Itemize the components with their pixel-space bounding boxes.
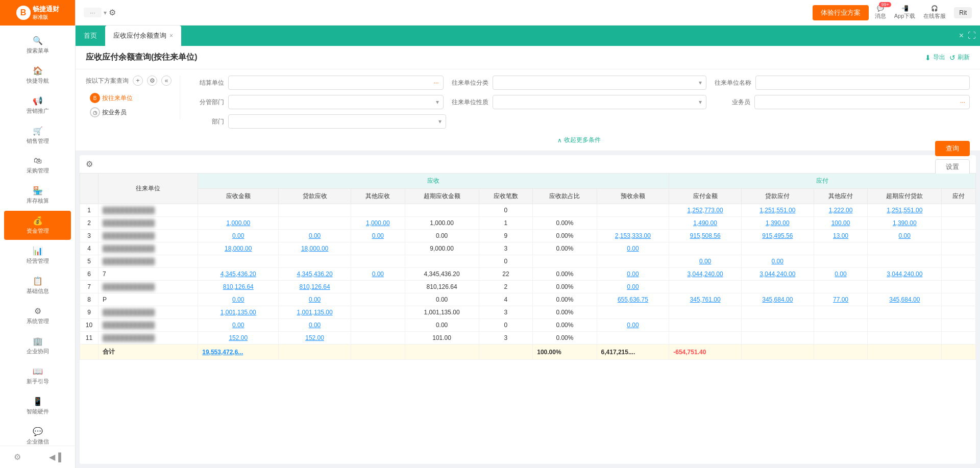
cell-link[interactable]: 3,044,240.00 [688,270,723,278]
refresh-button[interactable]: ↺ 刷新 [949,53,970,62]
tab-close-window[interactable]: × [959,31,964,40]
app-download-button[interactable]: 📲 App下载 [894,5,916,20]
cell-link[interactable]: 18,000.00 [301,245,328,252]
branch-input[interactable]: ▾ [228,114,446,129]
tab-expand-icon[interactable]: ⛶ [968,31,976,40]
cell-link[interactable]: 18,000.00 [225,245,252,252]
sidebar-item-ops[interactable]: 📊 经营管理 [4,241,71,270]
tab-home[interactable]: 首页 [76,26,105,46]
cell-link[interactable]: 345,684.00 [762,296,793,303]
search-collapse-button[interactable]: « [161,76,172,86]
footer-ar-loan [279,344,351,360]
cell-link[interactable]: 152.00 [229,334,248,341]
cell-link[interactable]: 0.00 [232,322,244,329]
page-actions: ⬇ 导出 ↺ 刷新 [925,53,970,62]
sidebar-item-corp[interactable]: 🏢 企业协同 [4,331,71,360]
cell-link[interactable]: 0.00 [835,270,846,278]
cell-link[interactable]: 0.00 [627,245,639,252]
cell-link[interactable]: 1,222.00 [829,207,853,214]
sidebar-item-marketing[interactable]: 📢 营销推广 [4,91,71,120]
category-input[interactable]: ▾ [493,76,707,90]
collapse-more-button[interactable]: ∧ 收起更多条件 [188,134,970,146]
cell-link[interactable]: 0.00 [372,270,384,278]
sidebar-item-sales[interactable]: 🛒 销售管理 [4,121,71,150]
cell-link[interactable]: 655,636.75 [618,296,648,303]
cell-link[interactable]: 1,390.00 [766,219,790,227]
cell-link[interactable]: 915,508.56 [690,232,721,239]
sidebar-item-inventory[interactable]: 🏪 库存核算 [4,181,71,210]
cell-link[interactable]: 0.00 [899,232,911,239]
table-config-button[interactable]: ⚙ [86,159,93,169]
cell-link[interactable]: 345,761.00 [690,296,721,303]
cell-link[interactable]: 1,251,551.00 [760,207,795,214]
user-menu[interactable]: Rit [954,7,972,18]
cell-link[interactable]: 0.00 [627,322,639,329]
export-icon: ⬇ [925,54,931,62]
cell-link[interactable]: 0.00 [627,270,639,278]
cell-link[interactable]: 1,000.00 [226,219,250,227]
unit-input[interactable]: ··· [228,76,444,90]
sidebar-item-purchase[interactable]: 🛍 采购管理 [4,151,71,180]
sidebar-item-search[interactable]: 🔍 搜索菜单 [4,31,71,60]
cell-link[interactable]: 3,044,240.00 [887,270,922,278]
sidebar-item-base[interactable]: 📋 基础信息 [4,271,71,300]
cell-link[interactable]: 810,126.64 [300,283,330,290]
cell-link[interactable]: 1,000.00 [366,219,390,227]
sidebar-item-guide[interactable]: 📖 新手引导 [4,361,71,390]
cell-link[interactable]: 4,345,436.20 [220,270,256,278]
dept-input[interactable]: ▾ [228,95,444,109]
search-add-button[interactable]: + [133,76,143,86]
cell-link[interactable]: 1,390.00 [893,219,917,227]
cell-link[interactable]: 4,345,436.20 [297,270,333,278]
sidebar-item-wechat[interactable]: 💬 企业微信 [4,422,71,446]
cell-link[interactable]: 0.00 [232,232,244,239]
staff-input[interactable]: ··· [754,95,970,109]
cell-link[interactable]: 0.00 [232,296,244,303]
export-button[interactable]: ⬇ 导出 [925,53,945,62]
service-button[interactable]: 🎧 在线客服 [923,5,946,20]
sidebar-item-system[interactable]: ⚙ 系统管理 [4,301,71,330]
cell-link[interactable]: 13.00 [833,232,848,239]
search-option-by-unit[interactable]: B 按往来单位 [86,91,172,105]
cell-link[interactable]: 1,001,135.00 [220,309,256,316]
search-config-button[interactable]: ⚙ [147,76,157,86]
cell-link[interactable]: 0.00 [309,232,321,239]
cell-link[interactable]: 100.00 [831,219,850,227]
collapse-sidebar-button[interactable]: ◀▐ [49,452,61,462]
search-option-by-staff[interactable]: ◷ 按业务员 [86,105,172,119]
sidebar-item-quicknav[interactable]: 🏠 快捷导航 [4,61,71,90]
settings-button[interactable]: ⚙ [14,452,21,462]
tab-close-icon[interactable]: × [169,32,173,39]
cell-link[interactable]: 0.00 [372,232,384,239]
cell-link[interactable]: 1,490.00 [693,219,717,227]
cta-button[interactable]: 体验行业方案 [813,5,869,20]
cell-link[interactable]: 0.00 [627,283,639,290]
table-container[interactable]: 往来单位 应收 应付 应收金额 贷款应收 其他应收 超期应收金额 应收笔数 应收… [80,173,976,464]
sidebar-item-hardware[interactable]: 📱 智能硬件 [4,391,71,421]
cell-link[interactable]: 3,044,240.00 [760,270,795,278]
unitname-input[interactable] [755,76,970,90]
query-button[interactable]: 查询 [935,141,970,156]
cell-link[interactable]: 1,251,551.00 [887,207,922,214]
cell-link[interactable]: 810,126.64 [223,283,254,290]
messages-button[interactable]: 💬 消息 99+ [875,5,886,20]
logo-tag: 标准版 [33,14,59,21]
cell-link[interactable]: 2,153,333.00 [615,232,651,239]
system-icon: ⚙ [34,306,41,316]
cell-link[interactable]: 915,495.56 [762,232,793,239]
cell-link[interactable]: 152.00 [305,334,324,341]
cell-link[interactable]: 0.00 [699,258,711,265]
set-button[interactable]: 设置 [935,159,970,175]
cell-link[interactable]: 0.00 [309,296,321,303]
cell-link[interactable]: 1,001,135.00 [297,309,333,316]
cell-link[interactable]: 345,684.00 [889,296,920,303]
sidebar-item-finance[interactable]: 💰 资金管理 [4,211,71,240]
cell-link[interactable]: 1,252,773.00 [688,207,723,214]
cell-link[interactable]: 0.00 [772,258,783,265]
nature-input[interactable]: ▾ [493,95,707,109]
cell-link[interactable]: 77.00 [833,296,848,303]
tab-receivable-query[interactable]: 应收应付余额查询 × [105,26,181,46]
cell-link[interactable]: 0.00 [309,322,321,329]
header-gear-icon[interactable]: ⚙ [109,8,116,17]
table-row: 8P0.000.000.0040.00%655,636.75345,761.00… [80,293,976,306]
